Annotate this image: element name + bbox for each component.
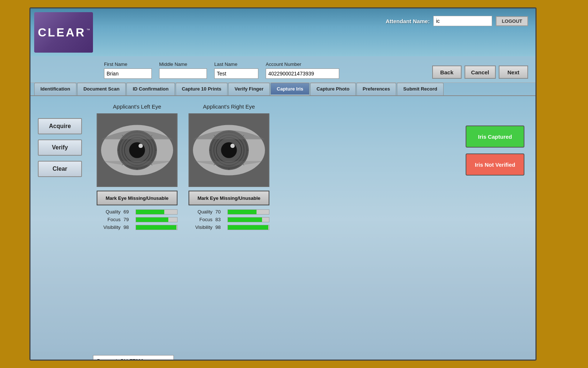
right-visibility-row: Visibility 98 xyxy=(189,224,269,230)
left-focus-bar-bg xyxy=(136,217,178,222)
right-focus-label: Focus xyxy=(189,217,212,222)
right-panel: Iris Captured Iris Not Verified xyxy=(466,103,528,344)
tab-verify-finger[interactable]: Verify Finger xyxy=(228,83,270,95)
main-screen: CLEAR™ Attendant Name: LOGOUT First Name… xyxy=(29,7,537,361)
right-focus-row: Focus 83 xyxy=(189,217,269,222)
right-focus-bar-bg xyxy=(227,217,269,222)
tab-preferences[interactable]: Preferences xyxy=(356,83,396,95)
left-focus-row: Focus 79 xyxy=(97,217,178,222)
svg-point-30 xyxy=(221,142,237,158)
eyes-container: Applicant's Left Eye xyxy=(97,103,458,344)
logo-trademark: ™ xyxy=(86,28,90,32)
left-focus-label: Focus xyxy=(97,217,121,222)
account-number-group: Account Number xyxy=(266,61,339,79)
iris-captured-status: Iris Captured xyxy=(466,125,524,148)
form-area: First Name Middle Name Last Name Account… xyxy=(31,56,535,83)
left-visibility-value: 98 xyxy=(123,224,133,230)
tab-capture-iris[interactable]: Capture Iris xyxy=(270,83,309,95)
last-name-input[interactable] xyxy=(214,68,258,79)
device-select[interactable]: Panasonic BM-ET300 xyxy=(93,355,174,361)
logo-text: CLEAR xyxy=(38,26,86,39)
next-button[interactable]: Next xyxy=(499,66,528,79)
verify-button[interactable]: Verify xyxy=(38,139,82,156)
tab-identification[interactable]: Identification xyxy=(34,83,76,95)
tab-capture-photo[interactable]: Capture Photo xyxy=(310,83,356,95)
account-number-input[interactable] xyxy=(266,68,339,79)
logo-box: CLEAR™ xyxy=(34,12,93,53)
acquire-button[interactable]: Acquire xyxy=(38,118,82,134)
left-visibility-label: Visibility xyxy=(97,224,121,230)
iris-not-verified-status: Iris Not Verified xyxy=(466,153,524,176)
middle-name-label: Middle Name xyxy=(159,61,207,67)
account-number-label: Account Number xyxy=(266,61,339,67)
right-quality-row: Quality 70 xyxy=(189,209,269,215)
first-name-input[interactable] xyxy=(104,68,152,79)
middle-name-group: Middle Name xyxy=(159,61,207,79)
tab-id-confirmation[interactable]: ID Confirmation xyxy=(126,83,175,95)
right-quality-bar-bg xyxy=(227,209,269,215)
tab-submit-record[interactable]: Submit Record xyxy=(397,83,443,95)
right-eye-image xyxy=(189,113,269,187)
right-quality-bar-fill xyxy=(228,210,257,214)
right-visibility-value: 98 xyxy=(215,224,225,230)
left-quality-row: Quality 69 xyxy=(97,209,178,215)
dropdown-area: Panasonic BM-ET300 xyxy=(31,351,535,361)
main-content: Acquire Verify Clear Applicant's Left Ey… xyxy=(31,96,535,351)
right-focus-value: 83 xyxy=(215,217,225,222)
left-quality-bar-fill xyxy=(136,210,164,214)
svg-point-31 xyxy=(230,144,235,148)
back-button[interactable]: Back xyxy=(432,66,462,79)
right-focus-bar-fill xyxy=(228,217,262,222)
right-quality-label: Quality xyxy=(189,209,212,215)
clear-button[interactable]: Clear xyxy=(38,161,82,177)
left-visibility-bar-bg xyxy=(136,225,178,230)
attendant-input[interactable] xyxy=(433,16,492,26)
left-visibility-bar-fill xyxy=(136,225,176,230)
cancel-button[interactable]: Cancel xyxy=(465,66,496,79)
left-visibility-row: Visibility 98 xyxy=(97,224,178,230)
logo: CLEAR™ xyxy=(38,26,89,39)
left-panel: Acquire Verify Clear xyxy=(38,103,89,344)
left-eye-panel: Applicant's Left Eye xyxy=(97,103,178,344)
last-name-label: Last Name xyxy=(214,61,258,67)
left-eye-mark-button[interactable]: Mark Eye Missing/Unusable xyxy=(97,191,178,205)
right-eye-metrics: Quality 70 Focus 83 Visibi xyxy=(189,209,269,232)
middle-name-input[interactable] xyxy=(159,68,207,79)
right-eye-title: Applicant's Right Eye xyxy=(203,103,255,110)
left-eye-image xyxy=(97,113,178,187)
right-quality-value: 70 xyxy=(215,209,225,215)
left-quality-value: 69 xyxy=(123,209,133,215)
left-eye-title: Applicant's Left Eye xyxy=(113,103,161,110)
right-visibility-bar-fill xyxy=(228,225,268,230)
attendant-label: Attendant Name: xyxy=(386,18,430,24)
nav-buttons: Back Cancel Next xyxy=(432,66,528,79)
first-name-group: First Name xyxy=(104,61,152,79)
tabs: Identification Document Scan ID Confirma… xyxy=(31,83,535,96)
right-visibility-bar-bg xyxy=(227,225,269,230)
tab-document-scan[interactable]: Document Scan xyxy=(77,83,126,95)
left-focus-value: 79 xyxy=(123,217,133,222)
left-quality-label: Quality xyxy=(97,209,121,215)
attendant-area: Attendant Name: LOGOUT xyxy=(386,16,528,26)
left-focus-bar-fill xyxy=(136,217,168,222)
left-quality-bar-bg xyxy=(136,209,178,215)
right-visibility-label: Visibility xyxy=(189,224,212,230)
left-eye-metrics: Quality 69 Focus 79 Visibi xyxy=(97,209,178,232)
last-name-group: Last Name xyxy=(214,61,258,79)
right-eye-mark-button[interactable]: Mark Eye Missing/Unusable xyxy=(189,191,269,205)
logout-button[interactable]: LOGOUT xyxy=(496,16,528,26)
svg-point-15 xyxy=(139,144,143,148)
right-eye-panel: Applicant's Right Eye xyxy=(189,103,269,344)
svg-point-14 xyxy=(129,142,145,158)
header: CLEAR™ Attendant Name: LOGOUT xyxy=(31,8,535,56)
first-name-label: First Name xyxy=(104,61,152,67)
tab-capture-10-prints[interactable]: Capture 10 Prints xyxy=(176,83,228,95)
